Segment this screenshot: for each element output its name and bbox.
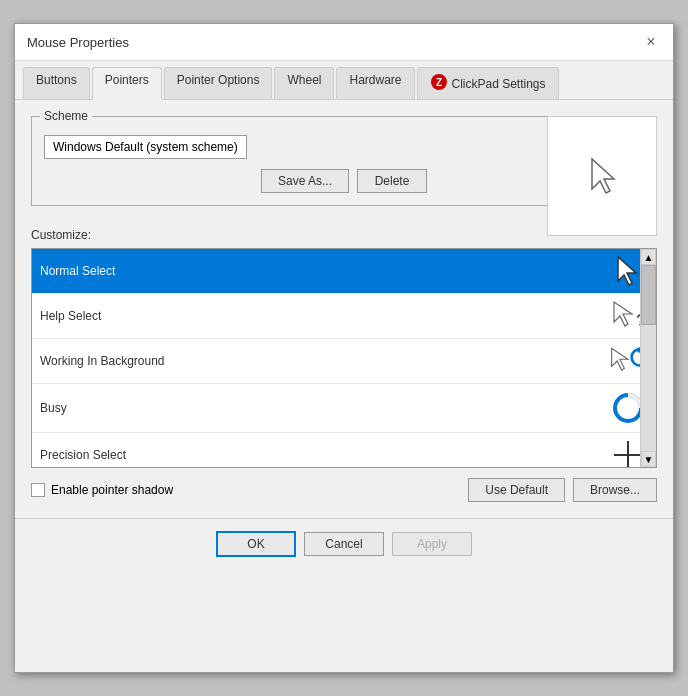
browse-button[interactable]: Browse... [573, 478, 657, 502]
cursor-item-busy[interactable]: Busy [32, 384, 656, 433]
ok-button[interactable]: OK [216, 531, 296, 557]
scroll-track[interactable] [641, 265, 656, 451]
cursor-item-precision-select[interactable]: Precision Select [32, 433, 656, 467]
cursor-item-help-select[interactable]: Help Select ? [32, 294, 656, 339]
delete-button[interactable]: Delete [357, 169, 427, 193]
scheme-label: Scheme [40, 109, 92, 123]
tab-hardware[interactable]: Hardware [336, 67, 414, 99]
svg-marker-3 [618, 257, 636, 285]
tab-buttons[interactable]: Buttons [23, 67, 90, 99]
pointer-shadow-checkbox-label[interactable]: Enable pointer shadow [31, 483, 460, 497]
preview-cursor-icon [586, 155, 618, 198]
cursor-item-normal-select[interactable]: Normal Select [32, 249, 656, 294]
close-button[interactable]: × [641, 32, 661, 52]
bottom-controls: Enable pointer shadow Use Default Browse… [31, 478, 657, 502]
cursor-preview-box [547, 116, 657, 236]
cursor-item-working-background[interactable]: Working In Background [32, 339, 656, 384]
tab-bar: Buttons Pointers Pointer Options Wheel H… [15, 61, 673, 100]
scheme-select[interactable]: Windows Default (system scheme) [44, 135, 247, 159]
cursor-list-scrollbar[interactable]: ▲ ▼ [640, 249, 656, 467]
tab-pointers[interactable]: Pointers [92, 67, 162, 100]
scroll-thumb[interactable] [641, 265, 656, 325]
clickpad-icon: Z [430, 73, 448, 94]
apply-button[interactable]: Apply [392, 532, 472, 556]
tab-wheel[interactable]: Wheel [274, 67, 334, 99]
tab-pointer-options[interactable]: Pointer Options [164, 67, 273, 99]
tab-content: Scheme Windows Default (system scheme) S… [15, 100, 673, 518]
cancel-button[interactable]: Cancel [304, 532, 384, 556]
title-bar: Mouse Properties × [15, 24, 673, 61]
cursor-list-container: Normal Select Help Select ? [31, 248, 657, 468]
scroll-up-arrow[interactable]: ▲ [641, 249, 656, 265]
scroll-down-arrow[interactable]: ▼ [641, 451, 656, 467]
pointer-shadow-checkbox[interactable] [31, 483, 45, 497]
save-as-button[interactable]: Save As... [261, 169, 349, 193]
top-section: Scheme Windows Default (system scheme) S… [31, 116, 657, 218]
use-default-button[interactable]: Use Default [468, 478, 565, 502]
svg-marker-2 [592, 159, 614, 193]
svg-marker-6 [612, 348, 628, 370]
mouse-properties-window: Mouse Properties × Buttons Pointers Poin… [14, 23, 674, 673]
cursor-items-area: Normal Select Help Select ? [32, 249, 656, 467]
window-title: Mouse Properties [27, 35, 129, 50]
svg-text:Z: Z [435, 77, 441, 88]
tab-clickpad-settings[interactable]: Z ClickPad Settings [417, 67, 559, 99]
dialog-buttons: OK Cancel Apply [15, 518, 673, 569]
svg-marker-4 [614, 302, 632, 326]
